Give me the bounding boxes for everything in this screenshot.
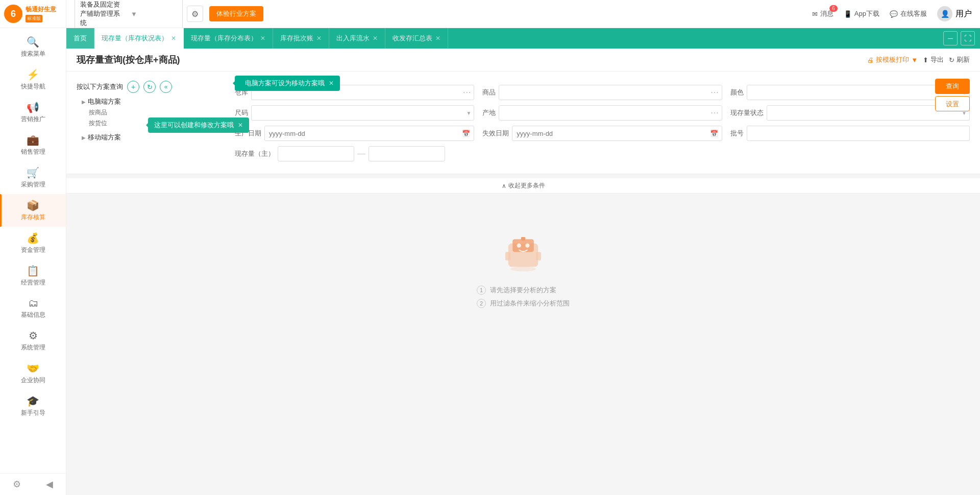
tab-inventory-status-label: 现存量（库存状况表）	[102, 34, 168, 43]
scheme-pc-label: 电脑端方案	[88, 97, 121, 106]
tab-close-batch[interactable]: ✕	[316, 35, 322, 42]
sidebar-item-quick-nav[interactable]: ⚡ 快捷导航	[0, 63, 66, 96]
tab-receive-summary[interactable]: 收发存汇总表 ✕	[385, 28, 448, 49]
scheme-pc-arrow: ▶	[82, 99, 86, 105]
tab-window-controls: ─ ⛶	[938, 31, 980, 45]
sidebar-label-system: 系统管理	[21, 343, 45, 352]
marketing-icon: 📢	[27, 101, 39, 113]
app-download-button[interactable]: 📱 App下载	[844, 9, 879, 18]
add-scheme-button[interactable]: +	[127, 81, 139, 93]
add-tooltip-close[interactable]: ✕	[329, 80, 334, 87]
sidebar-item-sales[interactable]: 💼 销售管理	[0, 129, 66, 161]
expire-date-input[interactable]	[512, 126, 722, 141]
basic-icon: 🗂	[28, 297, 38, 309]
sidebar-item-operation[interactable]: 📋 经营管理	[0, 260, 66, 292]
sidebar-item-enterprise[interactable]: 🤝 企业协同	[0, 357, 66, 390]
tab-home[interactable]: 首页	[66, 28, 94, 49]
svg-point-2	[517, 244, 521, 248]
refresh-icon: ↻	[949, 56, 954, 64]
collapse-up-icon: ∧	[502, 182, 506, 190]
operation-icon: 📋	[27, 265, 39, 277]
download-icon: 📱	[844, 10, 852, 18]
quick-nav-icon: ⚡	[27, 68, 39, 81]
refresh-button[interactable]: ↻ 刷新	[949, 55, 970, 64]
service-label: 在线客服	[900, 9, 927, 18]
online-service-button[interactable]: 💬 在线客服	[890, 9, 927, 18]
produce-date-calendar-icon[interactable]: 📅	[462, 130, 470, 137]
industry-btn[interactable]: 体验行业方案	[209, 6, 263, 21]
page-body: 现存量查询(按仓库+商品) 🖨 按模板打印 ▼ ⬆ 导出 ↻ 刷新	[66, 49, 980, 495]
sidebar-item-finance[interactable]: 💰 资金管理	[0, 227, 66, 260]
edit-tooltip-close[interactable]: ✕	[238, 122, 243, 129]
origin-input[interactable]	[499, 105, 722, 121]
tab-inventory-status[interactable]: 现存量（库存状况表） ✕	[94, 28, 184, 49]
sidebar-item-purchase[interactable]: 🛒 采购管理	[0, 161, 66, 194]
scheme-sub-item2[interactable]: 按货位	[89, 119, 143, 128]
tip-num-2: 2	[477, 299, 486, 308]
filter-label: 按以下方案查询	[77, 82, 123, 91]
page-header-actions: 🖨 按模板打印 ▼ ⬆ 导出 ↻ 刷新	[867, 55, 970, 64]
back-scheme-button[interactable]: «	[160, 81, 172, 93]
sidebar-item-inventory[interactable]: 📦 库存核算	[0, 194, 66, 227]
main-content: 装备及固定资产辅助管理系统 ▼ ⚙ 体验行业方案 ✉ 消息 6 📱 App下载 …	[66, 0, 980, 495]
sidebar-item-guide[interactable]: 🎓 新手引导	[0, 390, 66, 422]
tab-in-out-flow[interactable]: 出入库流水 ✕	[329, 28, 385, 49]
settings-button[interactable]: ⚙	[13, 479, 21, 490]
system-icon: ⚙	[29, 329, 38, 342]
sidebar-item-system[interactable]: ⚙ 系统管理	[0, 324, 66, 357]
size-input[interactable]	[251, 105, 474, 121]
page-header: 现存量查询(按仓库+商品) 🖨 按模板打印 ▼ ⬆ 导出 ↻ 刷新	[66, 49, 980, 72]
top-header: 装备及固定资产辅助管理系统 ▼ ⚙ 体验行业方案 ✉ 消息 6 📱 App下载 …	[66, 0, 980, 28]
scheme-sub-item1[interactable]: 按商品	[89, 108, 143, 117]
tab-inventory-dist[interactable]: 现存量（库存分布表） ✕	[184, 28, 273, 49]
add-tooltip-text: 电脑方案可设为移动方案哦	[245, 79, 325, 88]
system-select-arrow: ▼	[131, 10, 177, 18]
batch-input[interactable]	[747, 126, 970, 141]
stock-main-from-input[interactable]	[278, 146, 354, 161]
reset-button[interactable]: 设置	[935, 96, 970, 111]
user-name: 用户	[955, 9, 972, 19]
tab-close-receive[interactable]: ✕	[435, 35, 440, 42]
refresh-scheme-button[interactable]: ↻	[143, 81, 156, 93]
settings-gear-button[interactable]: ⚙	[187, 6, 203, 22]
sidebar-label-marketing: 营销推广	[21, 115, 45, 124]
tab-bar: 首页 现存量（库存状况表） ✕ 现存量（库存分布表） ✕ 库存批次账 ✕ 出入库…	[66, 28, 980, 49]
product-input[interactable]	[499, 85, 722, 100]
sidebar-item-search[interactable]: 🔍 搜索菜单	[0, 31, 66, 63]
query-button[interactable]: 查询	[935, 79, 970, 94]
scheme-mobile-arrow: ▶	[82, 135, 86, 140]
produce-date-input[interactable]	[264, 126, 474, 141]
empty-state-illustration	[498, 224, 549, 275]
tab-home-label: 首页	[74, 34, 87, 43]
collapse-sidebar-button[interactable]: ◀	[46, 479, 53, 490]
maximize-button[interactable]: ⛶	[961, 31, 975, 45]
user-menu[interactable]: 👤 用户	[937, 6, 972, 21]
message-badge: 6	[829, 5, 838, 12]
origin-field-wrapper: ···	[499, 105, 722, 121]
tab-receive-label: 收发存汇总表	[393, 34, 432, 43]
logo-icon: 6	[4, 5, 22, 23]
scheme-pc[interactable]: ▶ 电脑端方案	[82, 97, 143, 106]
tab-close-inout[interactable]: ✕	[373, 35, 378, 42]
expire-date-calendar-icon[interactable]: 📅	[710, 130, 718, 137]
tab-close-inventory-dist[interactable]: ✕	[260, 35, 265, 42]
batch-field-wrapper	[747, 126, 970, 141]
stock-main-to-input[interactable]	[369, 146, 445, 161]
svg-rect-5	[505, 252, 510, 261]
scheme-mobile[interactable]: ▶ 移动端方案	[82, 133, 143, 142]
message-button[interactable]: ✉ 消息 6	[812, 9, 834, 18]
collapse-bar[interactable]: ∧ 收起更多条件	[66, 178, 980, 194]
template-print-label: 按模板打印	[876, 55, 909, 64]
svg-rect-6	[536, 252, 541, 261]
empty-tip-1: 1 请先选择要分析的方案	[477, 286, 570, 295]
sidebar-item-basic[interactable]: 🗂 基础信息	[0, 292, 66, 324]
tab-batch-account[interactable]: 库存批次账 ✕	[273, 28, 329, 49]
system-name: 装备及固定资产辅助管理系统	[80, 0, 127, 28]
guide-icon: 🎓	[27, 395, 39, 407]
system-select[interactable]: 装备及固定资产辅助管理系统 ▼	[75, 0, 183, 30]
export-button[interactable]: ⬆ 导出	[923, 55, 944, 64]
sidebar-item-marketing[interactable]: 📢 营销推广	[0, 96, 66, 129]
template-print-button[interactable]: 🖨 按模板打印 ▼	[867, 55, 918, 64]
minimize-button[interactable]: ─	[943, 31, 958, 45]
tab-close-inventory-status[interactable]: ✕	[171, 35, 176, 42]
